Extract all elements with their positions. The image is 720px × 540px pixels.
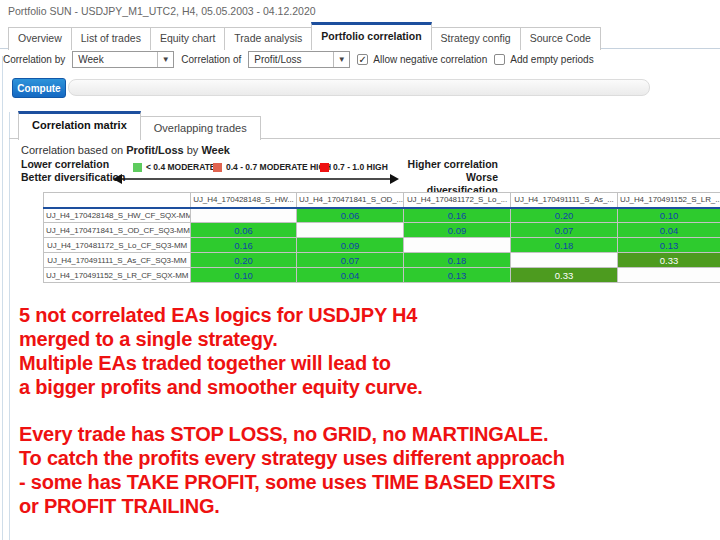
correlation-controls: Correlation by Week ▼ Correlation of Pro…	[3, 51, 594, 68]
legend-left-line1: Lower correlation	[21, 158, 125, 171]
allow-negative-checkbox[interactable]: ✓	[357, 54, 368, 65]
matrix-correlation-cell: 0.16	[404, 208, 511, 223]
matrix-diagonal-cell	[191, 208, 297, 223]
matrix-correlation-cell: 0.07	[297, 253, 404, 268]
legend-item-label: 0.4 - 0.7 MODERATE HIGH	[226, 162, 331, 172]
legend-swatch-icon	[213, 163, 222, 172]
caption-mid: by	[184, 144, 202, 156]
legend-swatch-icon	[133, 163, 142, 172]
annotation-paragraph: 5 not correlated EAs logics for USDJPY H…	[19, 303, 565, 399]
correlation-of-select[interactable]: Profit/Loss ▼	[248, 51, 350, 68]
annotation-line: Every trade has STOP LOSS, no GRID, no M…	[19, 422, 565, 446]
legend-swatch-icon	[320, 163, 329, 172]
legend-item-0-4-0-7-moderate-high: 0.4 - 0.7 MODERATE HIGH	[213, 162, 331, 172]
subtab-correlation-matrix[interactable]: Correlation matrix	[18, 111, 141, 140]
subtab-overlapping-trades[interactable]: Overlapping trades	[140, 116, 261, 140]
matrix-correlation-cell: 0.33	[618, 253, 720, 268]
matrix-correlation-cell: 0.06	[297, 208, 404, 223]
double-arrow-icon	[112, 171, 400, 189]
caption-metric: Profit/Loss	[126, 144, 183, 156]
annotation-line: 5 not correlated EAs logics for USDJPY H…	[19, 303, 565, 327]
tab-list-of-trades[interactable]: List of trades	[71, 27, 151, 50]
annotation-text: 5 not correlated EAs logics for USDJPY H…	[19, 303, 565, 518]
panel-border-outer	[2, 56, 3, 540]
annotation-line: or PROFIT TRAILING.	[19, 494, 565, 518]
caption-prefix: Correlation based on	[21, 144, 126, 156]
matrix-correlation-cell: 0.18	[404, 253, 511, 268]
panel-border-inner	[9, 112, 10, 540]
matrix-diagonal-cell	[511, 253, 618, 268]
legend-item-0-7-1-0-high: 0.7 - 1.0 HIGH	[320, 162, 388, 172]
correlation-matrix-table: UJ_H4_170428148_S_HW...UJ_H4_170471841_S…	[43, 192, 720, 283]
table-row: UJ_H4_170428148_S_HW_CF_SQX-MM0.060.160.…	[44, 208, 720, 223]
matrix-correlation-cell: 0.10	[191, 268, 297, 283]
table-row: UJ_H4_170471841_S_OD_CF_SQ3-MM0.060.090.…	[44, 223, 720, 238]
tab-overview[interactable]: Overview	[8, 27, 72, 50]
matrix-caption: Correlation based on Profit/Loss by Week	[21, 144, 230, 156]
matrix-column-header: UJ_H4_170491152_S_LR_...	[618, 193, 720, 208]
matrix-correlation-cell: 0.20	[191, 253, 297, 268]
matrix-column-header: UJ_H4_170471841_S_OD_...	[297, 193, 404, 208]
annotation-line: To catch the profits every strategy uses…	[19, 446, 565, 470]
matrix-row-label: UJ_H4_170471841_S_OD_CF_SQ3-MM	[44, 223, 191, 238]
annotation-paragraph: Every trade has STOP LOSS, no GRID, no M…	[19, 422, 565, 518]
correlation-by-value: Week	[78, 54, 103, 65]
matrix-diagonal-cell	[297, 223, 404, 238]
matrix-row-label: UJ_H4_170491111_S_As_CF_SQ3-MM	[44, 253, 191, 268]
window-title: Portfolio SUN - USDJPY_M1_UTC2, H4, 05.0…	[8, 5, 316, 17]
annotation-line: merged to a single strategy.	[19, 327, 565, 351]
matrix-correlation-cell: 0.16	[191, 238, 297, 253]
matrix-correlation-cell: 0.33	[511, 268, 618, 283]
tab-portfolio-correlation[interactable]: Portfolio correlation	[311, 22, 431, 50]
table-row: UJ_H4_170491111_S_As_CF_SQ3-MM0.200.070.…	[44, 253, 720, 268]
matrix-column-header: UJ_H4_170491111_S_As_...	[511, 193, 618, 208]
legend-right-line1: Higher correlation	[403, 158, 498, 171]
chevron-down-icon: ▼	[157, 52, 173, 67]
matrix-row-label: UJ_H4_170481172_S_Lo_CF_SQ3-MM	[44, 238, 191, 253]
legend-item-label: < 0.4 MODERATE	[146, 162, 216, 172]
main-tabs: OverviewList of tradesEquity chartTrade …	[8, 22, 600, 50]
sub-tabs: Correlation matrixOverlapping trades	[18, 111, 260, 140]
correlation-of-value: Profit/Loss	[254, 54, 301, 65]
caption-period: Week	[201, 144, 230, 156]
matrix-correlation-cell: 0.18	[511, 238, 618, 253]
legend-item-0-4-moderate: < 0.4 MODERATE	[133, 162, 216, 172]
matrix-corner-cell	[44, 193, 191, 208]
matrix-correlation-cell: 0.07	[511, 223, 618, 238]
matrix-correlation-cell: 0.13	[404, 268, 511, 283]
matrix-correlation-cell: 0.10	[618, 208, 720, 223]
matrix-column-header: UJ_H4_170428148_S_HW...	[191, 193, 297, 208]
legend-left-line2: Better diversification	[21, 171, 125, 184]
add-empty-periods-checkbox[interactable]	[494, 54, 505, 65]
matrix-correlation-cell: 0.13	[618, 238, 720, 253]
tab-trade-analysis[interactable]: Trade analysis	[224, 27, 312, 50]
legend-item-label: 0.7 - 1.0 HIGH	[333, 162, 388, 172]
matrix-row-label: UJ_H4_170491152_S_LR_CF_SQX-MM	[44, 268, 191, 283]
annotation-line: a bigger profits and smoother equity cur…	[19, 375, 565, 399]
matrix-correlation-cell: 0.06	[191, 223, 297, 238]
allow-negative-label: Allow negative correlation	[373, 54, 487, 65]
annotation-line: - some has TAKE PROFIT, some uses TIME B…	[19, 470, 565, 494]
matrix-correlation-cell: 0.20	[511, 208, 618, 223]
legend-lower-correlation: Lower correlation Better diversification	[21, 158, 125, 184]
matrix-diagonal-cell	[618, 268, 720, 283]
matrix-correlation-cell: 0.04	[297, 268, 404, 283]
matrix-column-header: UJ_H4_170481172_S_Lo_...	[404, 193, 511, 208]
annotation-line: Multiple EAs traded together will lead t…	[19, 351, 565, 375]
progress-bar	[68, 79, 650, 96]
correlation-by-label: Correlation by	[3, 54, 65, 65]
compute-button[interactable]: Compute	[12, 78, 66, 98]
table-row: UJ_H4_170491152_S_LR_CF_SQX-MM0.100.040.…	[44, 268, 720, 283]
matrix-diagonal-cell	[404, 238, 511, 253]
table-row: UJ_H4_170481172_S_Lo_CF_SQ3-MM0.160.090.…	[44, 238, 720, 253]
matrix-row-label: UJ_H4_170428148_S_HW_CF_SQX-MM	[44, 208, 191, 223]
tab-equity-chart[interactable]: Equity chart	[150, 27, 225, 50]
tab-source-code[interactable]: Source Code	[520, 27, 601, 50]
matrix-correlation-cell: 0.04	[618, 223, 720, 238]
correlation-matrix: UJ_H4_170428148_S_HW...UJ_H4_170471841_S…	[43, 192, 720, 283]
add-empty-periods-label: Add empty periods	[510, 54, 593, 65]
matrix-correlation-cell: 0.09	[297, 238, 404, 253]
chevron-down-icon: ▼	[333, 52, 349, 67]
tab-strategy-config[interactable]: Strategy config	[431, 27, 521, 50]
correlation-by-select[interactable]: Week ▼	[72, 51, 174, 68]
